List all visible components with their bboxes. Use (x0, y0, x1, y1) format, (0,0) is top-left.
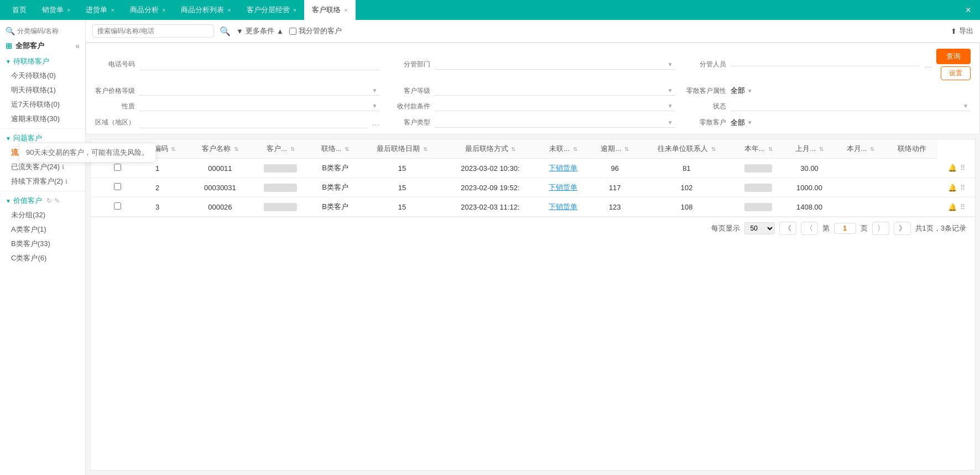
filter-dept-select[interactable]: ▼ (435, 60, 675, 70)
nav-tab-home[interactable]: 首页 (4, 0, 34, 20)
filter-status-select[interactable]: ▼ (731, 101, 971, 111)
table-header-no-contact[interactable]: 未联... ⇅ (537, 139, 589, 159)
contact-icon[interactable]: 🔔 (948, 184, 957, 192)
filter-price-grade-select[interactable]: ▼ (139, 86, 379, 96)
filter-dots-icon[interactable]: … (924, 60, 932, 69)
sidebar-search-input[interactable] (17, 27, 80, 35)
sidebar-item-today[interactable]: 今天待联络(0) (0, 69, 85, 83)
pagination-bar: 每页显示 50 100 《 〈 第 页 〉 》 共1页，3条记录 (91, 217, 975, 239)
row-method-2[interactable]: 下销货单 (537, 197, 589, 217)
refresh-icon[interactable]: ↻ (46, 197, 52, 205)
filter-manager-select[interactable] (731, 62, 920, 66)
sidebar-item-class-c[interactable]: C类客户(6) (0, 251, 85, 265)
nav-tab-customer-contact[interactable]: 客户联络 × (304, 0, 355, 20)
contact-icon[interactable]: 🔔 (948, 203, 957, 211)
sidebar-item-tomorrow[interactable]: 明天待联络(1) (0, 83, 85, 97)
close-icon[interactable]: × (162, 7, 165, 13)
table-header-last-contact-date[interactable]: 最后联络日期 ⇅ (361, 139, 443, 159)
more-action-icon[interactable]: ⠿ (960, 164, 966, 172)
close-icon[interactable]: × (344, 7, 347, 13)
sort-icon: ⇅ (573, 146, 577, 152)
prev-page-button[interactable]: 〈 (801, 222, 818, 235)
sidebar-group-value[interactable]: ▼ 价值客户 ↻ ✎ (0, 194, 85, 208)
sidebar-item-class-b[interactable]: B类客户(33) (0, 237, 85, 251)
row-method-0[interactable]: 下销货单 (537, 159, 589, 178)
dots-icon[interactable]: … (372, 118, 379, 127)
row-contact-person-0 (733, 159, 784, 178)
table-header-last-month[interactable]: 上月... ⇅ (784, 139, 835, 159)
table-header-contact[interactable]: 联络... ⇅ (310, 139, 361, 159)
settings-button[interactable]: 设置 (941, 66, 971, 80)
edit-icon[interactable]: ✎ (54, 197, 60, 205)
filter-retail-attr-select[interactable]: 全部 ▼ (731, 86, 753, 96)
filter-customer-grade-select[interactable]: ▼ (435, 86, 675, 96)
filter-customer-grade-label: 客户等级 (390, 86, 430, 96)
row-this-month-0 (886, 159, 938, 178)
row-action-0[interactable]: 🔔 ⠿ (938, 159, 975, 178)
my-customers-checkbox[interactable]: 我分管的客户 (289, 26, 342, 36)
row-method-1[interactable]: 下销货单 (537, 178, 589, 197)
row-date-2: 2023-02-03 11:12: (444, 197, 538, 217)
close-icon[interactable]: × (111, 7, 114, 13)
table-header-contact-person[interactable]: 往来单位联系人 ⇅ (640, 139, 733, 159)
export-button[interactable]: ⬆ 导出 (951, 26, 973, 36)
table-header-name[interactable]: 客户名称 ⇅ (189, 139, 251, 159)
sidebar-group-pending[interactable]: ▼ 待联络客户 (0, 54, 85, 69)
row-action-1[interactable]: 🔔 ⠿ (938, 178, 975, 197)
sidebar-item-class-a[interactable]: A类客户(1) (0, 222, 85, 237)
sidebar-item-declining[interactable]: 持续下滑客户(2) ℹ (0, 174, 85, 189)
row-overdue-0: 81 (640, 159, 733, 178)
filter-search-input[interactable] (92, 24, 214, 38)
sidebar-item-overdue[interactable]: 逾期未联络(30) (0, 112, 85, 126)
filter-region-input[interactable] (139, 117, 367, 128)
filter-payment-select[interactable]: ▼ (435, 101, 675, 111)
more-conditions-button[interactable]: ▼ 更多条件 ▲ (236, 26, 284, 36)
sort-icon: ⇅ (423, 146, 428, 152)
close-icon[interactable]: × (67, 7, 70, 13)
row-checkbox-1[interactable] (108, 178, 126, 197)
contact-icon[interactable]: 🔔 (948, 164, 957, 172)
page-size-select[interactable]: 50 100 (744, 222, 775, 234)
filter-nature-select[interactable]: ▼ (139, 101, 379, 111)
table-header-overdue[interactable]: 逾期... ⇅ (590, 139, 640, 159)
row-contact-1: 15 (361, 178, 443, 197)
row-action-2[interactable]: 🔔 ⠿ (938, 197, 975, 217)
window-close-button[interactable]: × (961, 4, 976, 16)
nav-tab-sales[interactable]: 销货单 × (34, 0, 78, 20)
collapse-icon[interactable]: « (75, 41, 80, 50)
page-number-input[interactable] (834, 223, 856, 234)
table-header-last-contact-method[interactable]: 最后联络方式 ⇅ (444, 139, 538, 159)
more-action-icon[interactable]: ⠿ (960, 184, 966, 192)
filter-payment-label: 收付款条件 (390, 102, 430, 111)
export-icon: ⬆ (951, 27, 957, 35)
row-name-1 (252, 178, 310, 197)
filter-retail-customer-select[interactable]: 全部 ▼ (731, 118, 753, 128)
sidebar-all-customers[interactable]: ⊞ 全部客户 « (0, 38, 85, 54)
table-header-type[interactable]: 客户... ⇅ (252, 139, 310, 159)
filter-customer-type-select[interactable]: ▼ (435, 118, 675, 128)
nav-tab-product-analysis[interactable]: 商品分析 × (122, 0, 173, 20)
filter-search-icon[interactable]: 🔍 (220, 26, 231, 36)
last-page-button[interactable]: 》 (894, 222, 911, 235)
divider (0, 191, 85, 191)
table-header-this-month[interactable]: 本月... ⇅ (835, 139, 886, 159)
close-icon[interactable]: × (227, 7, 231, 13)
close-icon[interactable]: × (293, 7, 296, 13)
search-button[interactable]: 查询 (936, 49, 971, 64)
filter-phone-input[interactable] (139, 59, 379, 70)
row-contact-2: 15 (361, 197, 443, 217)
more-action-icon[interactable]: ⠿ (960, 203, 966, 211)
row-this-year-2: 1408.00 (784, 197, 835, 217)
next-page-button[interactable]: 〉 (872, 222, 889, 235)
nav-tab-purchase[interactable]: 进货单 × (78, 0, 122, 20)
sidebar-item-ungrouped[interactable]: 未分组(32) (0, 208, 85, 222)
nav-tab-product-list[interactable]: 商品分析列表 × (173, 0, 238, 20)
grid-icon: ⊞ (6, 41, 12, 50)
table-header-this-year[interactable]: 本年... ⇅ (733, 139, 784, 159)
first-page-button[interactable]: 《 (779, 222, 796, 235)
nav-tab-customer-tier[interactable]: 客户分层经营 × (239, 0, 304, 20)
my-customers-check[interactable] (289, 28, 296, 35)
row-checkbox-2[interactable] (108, 197, 126, 217)
row-settings-1 (91, 178, 108, 197)
sidebar-item-7days[interactable]: 近7天待联络(0) (0, 97, 85, 112)
